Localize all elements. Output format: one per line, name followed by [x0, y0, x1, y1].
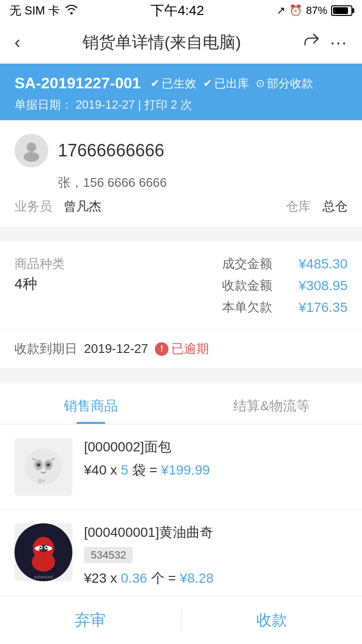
customer-meta: 业务员 曾凡杰 仓库 总仓: [14, 198, 348, 215]
more-button[interactable]: ···: [330, 32, 348, 53]
product-name-2: [000400001]黄油曲奇: [84, 523, 348, 542]
product-list: 品+ [0000002]面包 ¥40 x 5 袋 = ¥199.99: [0, 424, 362, 602]
customer-row1: 17666666666: [14, 134, 348, 168]
page-title: 销货单详情(来自电脑): [83, 31, 241, 54]
product-price-1: ¥40 x 5 袋 = ¥199.99: [84, 461, 348, 479]
back-button[interactable]: ‹: [14, 32, 20, 53]
status-bar: 无 SIM 卡 下午4:42 ↗ ⏰ 87%: [0, 0, 362, 21]
product-thumb-1: 品+: [14, 438, 72, 496]
alarm-icon: ⏰: [289, 4, 302, 17]
status-bar-left: 无 SIM 卡: [10, 3, 78, 18]
deal-amount-row: 成交金额 ¥485.30: [222, 255, 348, 272]
status-shipped: ✔ 已出库: [203, 76, 249, 91]
abandon-review-button[interactable]: 弃审: [0, 600, 181, 641]
svg-point-8: [47, 464, 50, 466]
svg-text:advanced: advanced: [34, 574, 53, 579]
separator-1: [0, 226, 362, 234]
product-item-2: advanced [000400001]黄油曲奇 534532 ¥23 x 0.…: [0, 510, 362, 602]
carrier-label: 无 SIM 卡: [10, 3, 60, 18]
status-bar-time: 下午4:42: [151, 1, 204, 20]
svg-point-18: [45, 546, 47, 548]
overdue-text: 已逾期: [171, 340, 209, 357]
customer-id: 17666666666: [58, 140, 164, 161]
product-type-value: 4种: [14, 274, 65, 294]
product-item-1: 品+ [0000002]面包 ¥40 x 5 袋 = ¥199.99: [0, 424, 362, 510]
product-type-label: 商品种类: [14, 255, 65, 272]
status-partial-payment: ⊙ 部分收款: [256, 76, 313, 91]
product-thumb-2: advanced: [14, 523, 72, 581]
bottom-bar: 弃审 收款: [0, 596, 362, 644]
salesman-info: 业务员 曾凡杰: [14, 198, 101, 215]
order-number: SA-20191227-001: [14, 74, 141, 92]
battery-icon: [331, 5, 352, 16]
check-icon-2: ✔: [203, 77, 212, 90]
status-effective: ✔ 已生效: [151, 76, 196, 91]
svg-point-0: [27, 142, 36, 152]
due-date-section: 收款到期日 2019-12-27 ! 已逾期: [0, 329, 362, 368]
svg-text:品+: 品+: [38, 478, 45, 483]
customer-phone: 张，156 6666 6666: [58, 174, 348, 191]
warehouse-info: 仓库 总仓: [286, 198, 348, 215]
location-icon: ↗: [277, 4, 285, 17]
clock-icon: ⊙: [256, 77, 265, 90]
share-button[interactable]: [303, 32, 320, 53]
tab-settlement-logistics[interactable]: 结算&物流等: [181, 383, 362, 424]
product-type-block: 商品种类 4种: [14, 255, 65, 294]
separator-2: [0, 368, 362, 376]
status-bar-right: ↗ ⏰ 87%: [277, 4, 352, 17]
overdue-icon: !: [155, 342, 168, 356]
customer-section: 17666666666 张，156 6666 6666 业务员 曾凡杰 仓库 总…: [0, 120, 362, 226]
product-total-2: ¥8.28: [180, 571, 213, 586]
svg-point-17: [40, 546, 42, 548]
avatar: [14, 134, 48, 168]
debt-amount-row: 本单欠款 ¥176.35: [222, 299, 348, 316]
svg-point-1: [24, 152, 39, 162]
product-info-1: [0000002]面包 ¥40 x 5 袋 = ¥199.99: [84, 438, 348, 479]
product-total-1: ¥199.99: [161, 462, 210, 477]
nav-bar: ‹ 销货单详情(来自电脑) ···: [0, 21, 362, 64]
debt-amount-value: ¥176.35: [280, 300, 348, 315]
amount-section: 商品种类 4种 成交金额 ¥485.30 收款金额 ¥308.95 本单欠款 ¥…: [0, 242, 362, 329]
tab-sales-products[interactable]: 销售商品: [0, 383, 181, 424]
due-date-value: 2019-12-27: [84, 341, 148, 356]
product-name-1: [0000002]面包: [84, 438, 348, 456]
product-price-2: ¥23 x 0.36 个 = ¥8.28: [84, 569, 348, 588]
check-icon-1: ✔: [151, 77, 159, 90]
received-amount-value: ¥308.95: [280, 278, 348, 294]
product-info-2: [000400001]黄油曲奇 534532 ¥23 x 0.36 个 = ¥8…: [84, 523, 348, 588]
status-tags: ✔ 已生效 ✔ 已出库 ⊙ 部分收款: [151, 76, 313, 91]
due-label: 收款到期日: [14, 340, 77, 357]
header-banner: SA-20191227-001 ✔ 已生效 ✔ 已出库 ⊙ 部分收款 单据日期：…: [0, 64, 362, 120]
battery-percent: 87%: [306, 4, 327, 17]
received-amount-row: 收款金额 ¥308.95: [222, 277, 348, 294]
product-batch-2: 534532: [84, 547, 133, 563]
order-date-row: 单据日期： 2019-12-27 | 打印 2 次: [14, 97, 348, 112]
tabs-section: 销售商品 结算&物流等: [0, 383, 362, 424]
product-qty-2: 0.36: [121, 571, 147, 586]
amounts-block: 成交金额 ¥485.30 收款金额 ¥308.95 本单欠款 ¥176.35: [222, 255, 348, 316]
product-qty-1: 5: [121, 462, 128, 477]
wifi-icon: [65, 4, 78, 17]
svg-point-7: [38, 464, 40, 466]
nav-actions: ···: [303, 32, 348, 53]
deal-amount-value: ¥485.30: [280, 256, 348, 272]
overdue-badge: ! 已逾期: [155, 340, 209, 357]
collect-payment-button[interactable]: 收款: [181, 600, 362, 641]
